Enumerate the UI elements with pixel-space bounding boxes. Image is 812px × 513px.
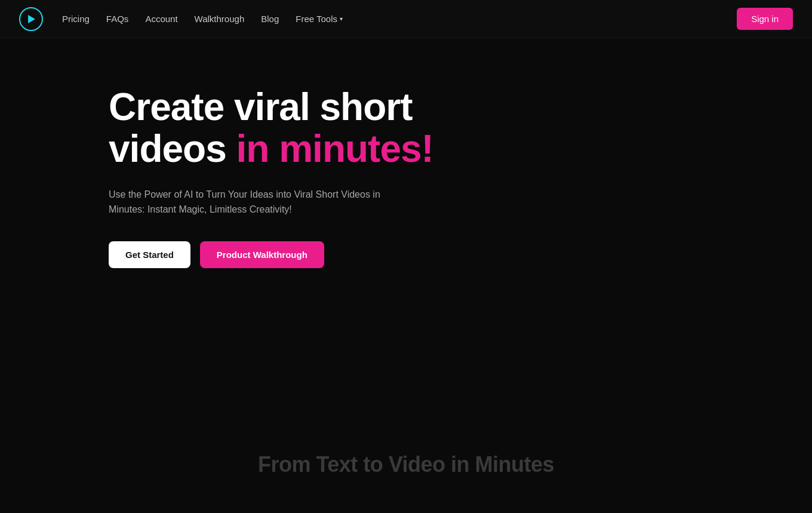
nav-pricing[interactable]: Pricing [62,14,90,24]
chevron-down-icon: ▾ [340,16,343,22]
hero-subtitle: Use the Power of AI to Turn Your Ideas i… [109,187,395,217]
hero-section: Create viral short videos in minutes! Us… [0,38,812,268]
nav-links: Pricing FAQs Account Walkthrough Blog Fr… [62,14,343,24]
hero-title-highlight: in minutes! [236,127,433,170]
nav-blog[interactable]: Blog [261,14,279,24]
nav-faqs[interactable]: FAQs [106,14,129,24]
hero-buttons: Get Started Product Walkthrough [109,241,812,268]
logo[interactable] [19,7,43,31]
nav-free-tools[interactable]: Free Tools ▾ [296,14,343,24]
navbar: Pricing FAQs Account Walkthrough Blog Fr… [0,0,812,38]
navbar-left: Pricing FAQs Account Walkthrough Blog Fr… [19,7,343,31]
product-walkthrough-button[interactable]: Product Walkthrough [200,241,324,268]
bottom-section: From Text to Video in Minutes [0,452,812,477]
hero-title: Create viral short videos in minutes! [109,86,467,170]
bottom-title: From Text to Video in Minutes [0,452,812,477]
play-icon [28,15,35,23]
get-started-button[interactable]: Get Started [109,241,190,268]
nav-account[interactable]: Account [145,14,177,24]
nav-walkthrough[interactable]: Walkthrough [195,14,245,24]
sign-in-button[interactable]: Sign in [737,8,793,30]
